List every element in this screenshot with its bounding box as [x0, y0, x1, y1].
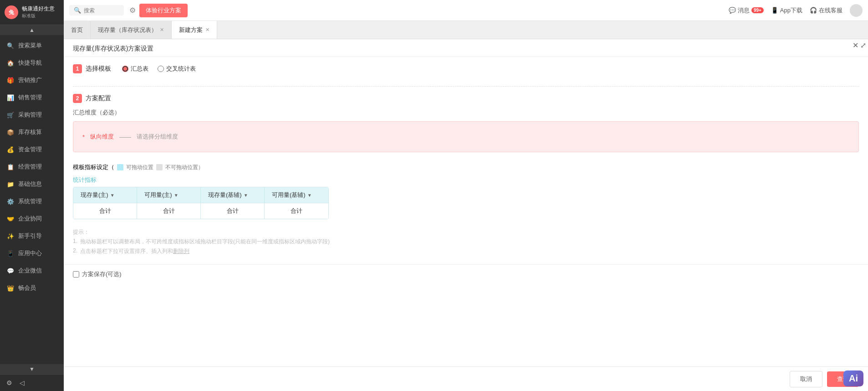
app-logo: 兔 畅康通好生意 标准版 [0, 0, 64, 25]
table-header-cell-1[interactable]: 可用量(主)▼ [137, 187, 201, 203]
app-download-item[interactable]: 📱 App下载 [771, 6, 802, 15]
sidebar-item-marketing[interactable]: 🎁 营销推广 [0, 72, 64, 89]
step1-section: 1 选择模板 汇总表 交叉统计表 [64, 57, 868, 86]
speaker-icon[interactable]: ◁ [20, 379, 25, 386]
logo-text-area: 畅康通好生意 标准版 [22, 5, 55, 19]
sidebar-item-purchase[interactable]: 🛒 采购管理 [0, 106, 64, 123]
col-1-chevron: ▼ [174, 193, 179, 198]
radio-cross-input[interactable] [158, 66, 164, 72]
draggable-hint: 模板指标设定（ 可拖动位置 不可拖动位置） [73, 163, 859, 171]
messages-item[interactable]: 💬 消息 99+ [729, 6, 764, 15]
gear-icon[interactable]: ⚙ [129, 6, 136, 15]
corner-buttons: ✕ ⤢ [853, 41, 866, 50]
tab-new-plan[interactable]: 新建方案✕ [172, 21, 217, 39]
tip-row-2: 2. 点击标题栏下拉可设置排序、插入列和删除列 [73, 247, 859, 255]
tip-2-num: 2. [73, 247, 77, 255]
messages-label: 消息 [738, 6, 750, 15]
main-area: 🔍 ⚙ 体验行业方案 💬 消息 99+ 📱 App下载 🎧 在线客服 首页现存量… [64, 0, 868, 391]
sidebar-purchase-label: 采购管理 [18, 111, 42, 119]
sidebar-scroll-down[interactable]: ▼ [0, 364, 64, 374]
topbar-right: 💬 消息 99+ 📱 App下载 🎧 在线客服 [729, 4, 863, 17]
save-checkbox[interactable] [73, 271, 79, 278]
tip-row-1: 1. 拖动标题栏可以调整布局，不可跨维度或指标区域拖动栏目字段(只能在同一维度或… [73, 238, 859, 246]
logo-icon: 兔 [5, 5, 18, 19]
sidebar-item-app-center[interactable]: 📱 应用中心 [0, 245, 64, 262]
tab-home-label: 首页 [71, 26, 83, 34]
sidebar-item-finance[interactable]: 💰 资金管理 [0, 141, 64, 158]
messages-badge: 99+ [751, 7, 764, 13]
sidebar-item-wechat[interactable]: 💬 企业微信 [0, 262, 64, 279]
table-header-row: 现存量(主)▼可用量(主)▼现存量(基辅)▼可用量(基辅)▼ [73, 187, 328, 203]
sidebar-item-guide[interactable]: ✨ 新手引导 [0, 227, 64, 245]
message-icon: 💬 [729, 7, 736, 14]
sidebar-item-search-menu[interactable]: 🔍 搜索菜单 [0, 37, 64, 54]
cancel-button[interactable]: 取消 [790, 371, 822, 387]
sidebar-scroll-up[interactable]: ▲ [0, 25, 64, 35]
dim-placeholder-text[interactable]: 请选择分组维度 [137, 133, 178, 141]
draggable-label: 可拖动位置 [126, 164, 153, 171]
step1-title: 选择模板 [86, 65, 111, 73]
tab-inventory-status[interactable]: 现存量（库存状况表）✕ [91, 21, 172, 39]
sidebar-item-operations[interactable]: 📋 经营管理 [0, 158, 64, 175]
sidebar-item-basic-info[interactable]: 📁 基础信息 [0, 175, 64, 193]
sidebar-system-icon: ⚙️ [6, 197, 15, 206]
indicator-table: 现存量(主)▼可用量(主)▼现存量(基辅)▼可用量(基辅)▼ 合计合计合计合计 [73, 187, 329, 219]
sidebar-operations-label: 经营管理 [18, 163, 42, 171]
step2-badge: 2 [73, 94, 82, 103]
sidebar-item-member[interactable]: 👑 畅会员 [0, 279, 64, 297]
user-avatar[interactable] [850, 4, 863, 17]
tab-home[interactable]: 首页 [64, 21, 91, 39]
app-name: 畅康通好生意 [22, 5, 55, 13]
step2-section: 2 方案配置 汇总维度（必选） * 纵向维度 —— 请选择分组维度 [64, 87, 868, 159]
sidebar-marketing-icon: 🎁 [6, 76, 15, 84]
expand-panel-button[interactable]: ⤢ [860, 41, 866, 50]
step1-badge: 1 [73, 64, 82, 73]
col-3-label: 可用量(基辅) [272, 191, 306, 199]
sidebar-purchase-icon: 🛒 [6, 111, 15, 119]
sidebar-item-quick-nav[interactable]: 🏠 快捷导航 [0, 54, 64, 72]
ai-assistant-badge[interactable]: Ai [843, 370, 863, 386]
table-header-cell-0[interactable]: 现存量(主)▼ [73, 187, 137, 203]
sidebar-quick-nav-icon: 🏠 [6, 59, 15, 67]
step2-title: 方案配置 [86, 94, 111, 103]
table-header-cell-3[interactable]: 可用量(基辅)▼ [265, 187, 328, 203]
non-draggable-label: 不可拖动位置） [165, 164, 204, 171]
non-draggable-color-hint [156, 164, 163, 170]
dim-required-mark: * [82, 134, 85, 140]
dim-required-label: 汇总维度（必选） [73, 108, 859, 117]
radio-summary-input[interactable] [122, 66, 128, 72]
tips-title: 提示： [73, 228, 859, 236]
sidebar-basic-info-label: 基础信息 [18, 180, 42, 188]
template-radio-group: 汇总表 交叉统计表 [122, 65, 196, 73]
col-3-chevron: ▼ [307, 193, 312, 198]
radio-cross[interactable]: 交叉统计表 [158, 65, 196, 73]
sidebar-inventory-icon: 📦 [6, 128, 15, 136]
sidebar-guide-icon: ✨ [6, 232, 15, 240]
sidebar-item-enterprise[interactable]: 🤝 企业协同 [0, 210, 64, 227]
settings-icon[interactable]: ⚙ [6, 379, 12, 386]
sidebar-member-label: 畅会员 [18, 284, 36, 292]
table-header-cell-2[interactable]: 现存量(基辅)▼ [201, 187, 265, 203]
radio-summary[interactable]: 汇总表 [122, 65, 148, 73]
close-panel-button[interactable]: ✕ [853, 41, 858, 50]
sidebar-item-system[interactable]: ⚙️ 系统管理 [0, 193, 64, 210]
save-checkbox-label[interactable]: 方案保存(可选) [82, 270, 122, 278]
step2-header: 2 方案配置 [73, 94, 859, 103]
trial-button[interactable]: 体验行业方案 [139, 4, 188, 17]
sidebar-item-inventory[interactable]: 📦 库存核算 [0, 123, 64, 141]
dimension-box[interactable]: * 纵向维度 —— 请选择分组维度 [73, 121, 859, 152]
tab-new-plan-close[interactable]: ✕ [205, 27, 209, 32]
content-area: ✕ ⤢ 现存量(库存状况表)方案设置 1 选择模板 汇总表 交叉统计表 [64, 39, 868, 366]
sidebar-sales-icon: 📊 [6, 93, 15, 102]
search-input[interactable] [84, 7, 120, 14]
tip-1-num: 1. [73, 238, 77, 246]
sidebar-enterprise-label: 企业协同 [18, 215, 42, 223]
col-2-label: 现存量(基辅) [208, 191, 242, 199]
tab-inventory-status-close[interactable]: ✕ [160, 27, 164, 32]
sidebar-item-sales[interactable]: 📊 销售管理 [0, 89, 64, 106]
download-icon: 📱 [771, 7, 778, 14]
tab-new-plan-label: 新建方案 [179, 26, 203, 34]
online-service-item[interactable]: 🎧 在线客服 [810, 6, 842, 15]
col-0-chevron: ▼ [110, 193, 115, 198]
sidebar-quick-nav-label: 快捷导航 [18, 59, 42, 67]
